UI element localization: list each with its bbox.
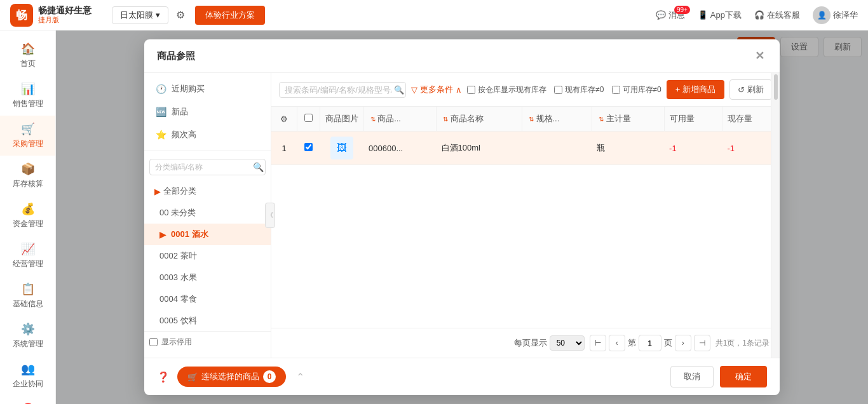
avatar: 👤: [813, 6, 831, 24]
search-icon[interactable]: 🔍: [394, 85, 404, 95]
th-unit[interactable]: ⇅ 主计量: [592, 107, 664, 131]
sidebar-label-purchase: 采购管理: [13, 138, 43, 149]
category-search-icon[interactable]: 🔍: [253, 162, 264, 172]
messages-button[interactable]: 💬 消息 99+: [656, 10, 685, 21]
sidebar-item-purchase[interactable]: 🛒 采购管理: [0, 116, 55, 156]
last-page-button[interactable]: ⊣: [694, 335, 710, 351]
main-content: 查询 设置 刷新 商品参照 ✕ �: [56, 30, 868, 404]
inventory-icon: 📦: [21, 162, 35, 176]
refresh-button[interactable]: ↺ 刷新: [729, 79, 772, 100]
recent-purchase-tab[interactable]: 🕐 近期购买: [149, 78, 266, 100]
sidebar-label-inventory: 库存核算: [13, 178, 43, 189]
cart-icon: 🛒: [187, 372, 198, 382]
category-item-liquor[interactable]: ▶ 0001 酒水: [144, 224, 271, 245]
filter-usable-label[interactable]: 可用库存≠0: [612, 84, 661, 95]
show-disabled-toggle[interactable]: 显示停用: [149, 337, 266, 347]
user-profile-button[interactable]: 👤 徐泽华: [813, 6, 858, 24]
trial-button[interactable]: 体验行业方案: [195, 6, 265, 25]
sort-code-icon: ⇅: [370, 116, 376, 123]
sidebar-item-collab[interactable]: 👥 企业协同: [0, 356, 55, 396]
category-list: ▶ 全部分类 00 未分类 ▶ 0001 酒水 0002 茶: [144, 178, 271, 331]
table-row[interactable]: 1 🖼: [271, 131, 780, 165]
select-all-checkbox[interactable]: [304, 114, 313, 122]
new-products-label: 新品: [172, 106, 188, 118]
filter-usable-checkbox[interactable]: [612, 86, 620, 94]
sidebar-label-operations: 经营管理: [13, 259, 43, 269]
category-item-tea[interactable]: 0002 茶叶: [144, 245, 271, 267]
sidebar-label-system: 系统管理: [13, 339, 43, 349]
frequent-tab[interactable]: ⭐ 频次高: [149, 124, 266, 145]
new-products-tab[interactable]: 🆕 新品: [149, 101, 266, 123]
category-item-drinks[interactable]: 0005 饮料: [144, 310, 271, 331]
th-spec[interactable]: ⇅ 规格...: [522, 107, 592, 131]
th-name[interactable]: ⇅ 商品名称: [437, 107, 522, 131]
td-spec: [522, 131, 592, 165]
bell-icon: 💬: [656, 10, 666, 20]
sidebar-item-guide[interactable]: 🎯 新手引导: [0, 396, 55, 404]
page-number-input[interactable]: [639, 335, 661, 351]
cart-label: 连续选择的商品: [201, 371, 259, 382]
first-page-button[interactable]: ⊢: [590, 335, 606, 351]
content-panel: 🔍 ▽ 更多条件 ∧ 按仓库显示现有库存: [271, 73, 780, 358]
category-item-uncategorized[interactable]: 00 未分类: [144, 202, 271, 224]
basics-icon: 📋: [21, 282, 35, 296]
next-page-button[interactable]: ›: [675, 335, 691, 351]
main-layout: 🏠 首页 📊 销售管理 🛒 采购管理 📦 库存核算 💰 资金管理 📈 经营管理 …: [0, 30, 868, 404]
continuous-select-button[interactable]: 🛒 连续选择的商品 0: [177, 367, 286, 387]
row-checkbox[interactable]: [304, 143, 313, 151]
prev-page-button[interactable]: ‹: [609, 335, 625, 351]
sidebar-item-finance[interactable]: 💰 资金管理: [0, 196, 55, 236]
th-available[interactable]: 可用量: [664, 107, 722, 131]
help-icon[interactable]: ❓: [157, 371, 170, 383]
th-settings[interactable]: ⚙: [271, 107, 297, 131]
sidebar-item-sales[interactable]: 📊 销售管理: [0, 76, 55, 116]
sidebar-item-system[interactable]: ⚙️ 系统管理: [0, 316, 55, 356]
category-item-fruits[interactable]: 0003 水果: [144, 267, 271, 288]
scroll-thumb[interactable]: [774, 74, 778, 100]
more-filters-button[interactable]: ▽ 更多条件 ∧: [411, 84, 462, 95]
home-icon: 🏠: [21, 42, 35, 56]
workspace-selector[interactable]: 日太阳膜 ▾: [112, 6, 168, 24]
online-service-button[interactable]: 🎧 在线客服: [754, 10, 800, 21]
product-table-wrap: ⚙ 商品图片: [271, 107, 780, 328]
arrow-liquor-icon: ▶: [159, 230, 166, 239]
sidebar-item-home[interactable]: 🏠 首页: [0, 36, 55, 76]
app-download-button[interactable]: 📱 App下载: [698, 10, 742, 21]
td-checkbox[interactable]: [297, 131, 320, 165]
search-input-wrap: 🔍: [279, 82, 406, 98]
purchase-icon: 🛒: [21, 122, 35, 136]
confirm-button[interactable]: 确定: [720, 366, 767, 387]
sidebar-item-operations[interactable]: 📈 经营管理: [0, 236, 55, 276]
collapse-icon[interactable]: ⌃: [296, 371, 304, 383]
modal-close-button[interactable]: ✕: [752, 48, 767, 64]
filter-warehouse-label[interactable]: 按仓库显示现有库存: [467, 84, 546, 95]
search-input[interactable]: [285, 85, 391, 95]
filter-available-checkbox[interactable]: [554, 86, 562, 94]
cart-count: 0: [263, 370, 276, 383]
filter-available-label[interactable]: 现有库存≠0: [554, 84, 604, 95]
category-item-snacks[interactable]: 0004 零食: [144, 288, 271, 310]
td-image: 🖼: [320, 131, 363, 165]
sidebar-item-inventory[interactable]: 📦 库存核算: [0, 156, 55, 196]
category-search-input[interactable]: [155, 163, 250, 172]
add-product-button[interactable]: + 新增商品: [667, 80, 724, 99]
page-navigation: ⊢ ‹ 第 页 › ⊣: [590, 335, 710, 351]
chevron-up-icon: ∧: [456, 85, 462, 95]
category-panel: 🕐 近期购买 🆕 新品 ⭐ 频次高: [144, 73, 271, 358]
sidebar-item-basics[interactable]: 📋 基础信息: [0, 276, 55, 316]
page-size-dropdown[interactable]: 50 10 20 100: [550, 335, 585, 351]
cancel-button[interactable]: 取消: [670, 366, 714, 387]
column-settings-icon[interactable]: ⚙: [280, 114, 288, 124]
category-collapse-button[interactable]: 《: [265, 203, 275, 228]
settings-icon[interactable]: ⚙: [176, 9, 185, 21]
arrow-all-icon: ▶: [154, 187, 161, 196]
filter-warehouse-checkbox[interactable]: [467, 86, 475, 94]
td-available: -1: [664, 131, 722, 165]
th-checkbox[interactable]: [297, 107, 320, 131]
scrollbar[interactable]: [771, 73, 780, 358]
footer-actions: 取消 确定: [670, 366, 767, 387]
sidebar-label-collab: 企业协同: [13, 379, 43, 389]
th-code[interactable]: ⇅ 商品...: [363, 107, 437, 131]
show-disabled-checkbox[interactable]: [149, 338, 158, 346]
category-item-all[interactable]: ▶ 全部分类: [144, 180, 271, 202]
